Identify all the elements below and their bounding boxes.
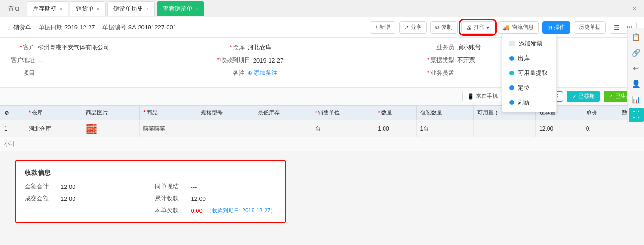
locate-icon <box>509 85 514 90</box>
history-button[interactable]: 历史单据 <box>574 21 606 34</box>
new-button[interactable]: + 新增 <box>370 21 395 34</box>
print-icon: 🖨 <box>466 24 472 31</box>
print-button[interactable]: 🖨 打印 ▾ <box>461 21 494 34</box>
col-unit: 销售单位 <box>311 106 374 120</box>
dropdown-outbound[interactable]: 出库 <box>502 51 556 66</box>
salesperson-value: 演示账号 <box>457 43 481 51</box>
share-button[interactable]: ↗ 分享 <box>399 21 427 34</box>
accumulated-row: 累计收款 12.00 <box>155 194 276 203</box>
warehouse-label: 仓库 <box>217 43 245 51</box>
payment-due-value: 2019-12-27 <box>253 57 284 64</box>
add-remark-button[interactable]: ⊕ 添加备注 <box>248 69 278 77</box>
deal-amount-label: 成交金额 <box>25 194 57 203</box>
available-qty-icon <box>509 71 514 75</box>
tab-close-history[interactable]: × <box>146 6 149 11</box>
row-warehouse: 河北仓库 <box>25 120 82 137</box>
accumulated-value: 12.00 <box>191 195 206 202</box>
sidebar-icon-expand[interactable]: ⛶ <box>629 108 644 122</box>
col-min-stock: 最低库存 <box>254 106 311 120</box>
window-close-button[interactable]: × <box>629 3 640 15</box>
sidebar-icon-link[interactable]: 🔗 <box>629 45 644 60</box>
logistics-icon: 🚚 <box>503 24 510 31</box>
view-list-button[interactable]: ☰ <box>610 22 623 33</box>
salesperson2-label: 业务员孟 <box>427 69 454 77</box>
payment-grid: 金额合计 12.00 成交金额 12.00 同单现结 --- 累计收款 <box>25 182 276 215</box>
outstanding-row: 本单欠款 0.00 （收款到期日: 2019-12-27） <box>155 206 276 215</box>
row-price: 0. <box>582 120 618 137</box>
col-product: 商品 <box>139 106 197 120</box>
col-qty: 数量 <box>374 106 416 120</box>
copy-label: 复制 <box>441 23 452 31</box>
copy-button[interactable]: ⧉ 复制 <box>430 21 458 34</box>
salesperson-label: 业务员 <box>427 43 454 51</box>
add-invoice-label: 添加发票 <box>519 40 542 48</box>
amount-total-value: 12.00 <box>61 183 76 190</box>
outstanding-value: 0.00 <box>191 207 202 214</box>
row-available <box>474 120 536 137</box>
same-order-label: 同单现结 <box>155 182 187 191</box>
payment-info-box: 收款信息 金额合计 12.00 成交金额 12.00 同单现结 --- <box>15 160 286 223</box>
row-min-stock <box>254 120 311 137</box>
refresh-label: 刷新 <box>518 98 530 107</box>
tab-close-sales[interactable]: × <box>96 6 99 11</box>
warehouse-value: 河北仓库 <box>248 43 271 51</box>
tab-inventory-init[interactable]: 库存期初 × <box>27 1 68 16</box>
products-table: ⚙ 仓库 商品图片 商品 规格型号 最低库存 销售单位 数量 包装数量 可用量 … <box>0 105 644 151</box>
history-label: 历史单据 <box>579 23 601 31</box>
outbound-label: 出库 <box>518 54 530 63</box>
locate-label: 定位 <box>518 84 530 92</box>
sold-out-button[interactable]: ✓ 已核销 <box>567 91 600 102</box>
col-image: 商品图片 <box>82 106 140 120</box>
share-icon: ↗ <box>404 24 409 31</box>
logistics-button[interactable]: 🚚 物流信息 <box>498 21 539 34</box>
tab-sales-order[interactable]: 销货单 × <box>70 1 105 16</box>
operate-button[interactable]: ⊞ 操作 <box>542 21 570 34</box>
copy-icon: ⧉ <box>435 24 440 31</box>
doc-no-meta: 单据编号 SA-20191227-001 <box>102 23 177 32</box>
sidebar-icon-chart[interactable]: 📊 <box>629 92 644 107</box>
operate-dropdown: 添加发票 出库 可用量提取 定位 刷新 <box>502 34 557 112</box>
col-price: 单价 <box>582 106 618 120</box>
address-value: --- <box>38 57 44 64</box>
effective-check-icon: ✓ <box>609 93 613 100</box>
from-phone-button[interactable]: 📱 来自手机 <box>462 91 503 102</box>
phone-icon: 📱 <box>467 93 474 100</box>
doc-title-text: 销货单 <box>13 23 31 32</box>
sidebar-icon-clipboard[interactable]: 📋 <box>629 29 644 44</box>
amount-total-label: 金额合计 <box>25 182 57 191</box>
dropdown-available-qty[interactable]: 可用量提取 <box>502 66 556 80</box>
share-label: 分享 <box>411 23 422 31</box>
ticket-value: 不开票 <box>457 56 475 64</box>
sidebar-icon-return[interactable]: ↩ <box>629 61 644 75</box>
tab-view-sales[interactable]: 查看销货单 × <box>157 1 204 16</box>
tab-close-inventory[interactable]: × <box>59 6 62 11</box>
dropdown-refresh[interactable]: 刷新 <box>502 95 556 110</box>
dropdown-locate[interactable]: 定位 <box>502 80 556 95</box>
tab-close-view[interactable]: × <box>195 6 198 11</box>
dropdown-add-invoice[interactable]: 添加发票 <box>502 36 556 51</box>
salesperson2-value: --- <box>457 70 463 77</box>
tab-label: 销货单历史 <box>113 5 143 13</box>
tab-home[interactable]: 首页 <box>4 2 25 16</box>
tab-sales-history[interactable]: 销货单历史 × <box>107 1 155 16</box>
project-value: --- <box>38 70 44 77</box>
payment-due-label: 收款到期日 <box>217 56 250 64</box>
col-pack-qty: 包装数量 <box>416 106 474 120</box>
amount-total-row: 金额合计 12.00 <box>25 182 146 191</box>
col-warehouse: 仓库 <box>25 106 82 120</box>
subtotal-label: 小计 <box>0 137 644 151</box>
no-label: 单据编号 <box>102 23 126 32</box>
grid-icon: ⊞ <box>548 24 552 31</box>
col-settings[interactable]: ⚙ <box>0 106 25 120</box>
row-spec <box>197 120 254 137</box>
tab-label: 库存期初 <box>33 5 56 13</box>
tab-label: 查看销货单 <box>163 5 192 13</box>
operate-label: 操作 <box>554 23 565 31</box>
right-sidebar: 📋 🔗 ↩ 👤 📊 ⛶ <box>627 28 644 124</box>
outstanding-note: （收款到期日: 2019-12-27） <box>206 207 276 215</box>
sidebar-icon-user[interactable]: 👤 <box>629 76 644 91</box>
col-spec: 规格型号 <box>197 106 254 120</box>
row-pack-qty: 1台 <box>416 120 474 137</box>
add-remark-label: 添加备注 <box>254 69 277 76</box>
remark-label: 备注 <box>217 69 245 77</box>
